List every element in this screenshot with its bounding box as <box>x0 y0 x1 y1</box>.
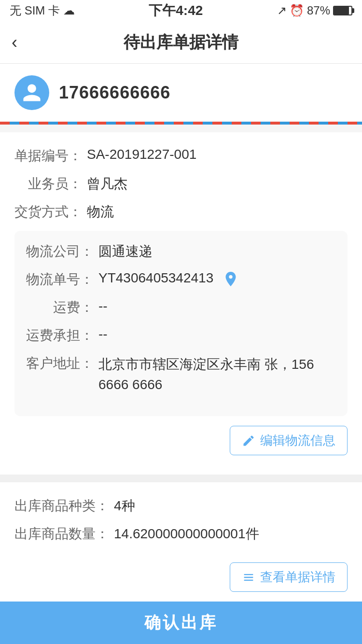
view-detail-action: 查看单据详情 <box>14 553 348 597</box>
logistics-company-row: 物流公司： 圆通速递 <box>26 242 336 261</box>
section-divider <box>0 475 362 482</box>
freight-row: 运费： -- <box>26 298 336 317</box>
delivery-method-value: 物流 <box>82 203 348 221</box>
freight-bear-value: -- <box>94 326 336 342</box>
battery-icon <box>333 6 352 15</box>
address-label: 客户地址： <box>26 354 94 373</box>
status-bar: 无 SIM 卡 ☁ 下午4:42 ↗ ⏰ 87% <box>0 0 362 21</box>
product-section: 出库商品种类： 4种 出库商品数量： 14.620000000000001件 查… <box>0 482 362 611</box>
document-list-icon <box>242 571 255 584</box>
salesperson-value: 曾凡杰 <box>82 175 348 193</box>
confirm-button-label: 确认出库 <box>144 612 218 634</box>
user-header: 17666666666 <box>0 64 362 122</box>
freight-bear-row: 运费承担： -- <box>26 326 336 345</box>
document-number-value: SA-20191227-001 <box>82 147 348 162</box>
freight-label: 运费： <box>26 298 94 317</box>
alarm-icon: ⏰ <box>290 4 304 17</box>
sim-label: 无 SIM 卡 ☁ <box>10 3 75 18</box>
edit-logistics-action: 编辑物流信息 <box>14 416 348 460</box>
address-row: 客户地址： 北京市市辖区海淀区永丰南 张，156 6666 6666 <box>26 354 336 395</box>
battery-label: 87% <box>307 4 330 17</box>
logistics-company-value: 圆通速递 <box>94 242 336 261</box>
tracking-number-value: YT4306405342413 <box>94 270 336 288</box>
location-arrow-icon: ↗ <box>277 4 287 17</box>
tracking-number-row: 物流单号： YT4306405342413 <box>26 270 336 289</box>
status-right: ↗ ⏰ 87% <box>277 4 352 17</box>
view-detail-label: 查看单据详情 <box>260 569 335 586</box>
product-quantity-value: 14.620000000000001件 <box>109 525 348 543</box>
edit-icon <box>242 434 255 448</box>
page-title: 待出库单据详情 <box>124 31 238 54</box>
nav-bar: ‹ 待出库单据详情 <box>0 21 362 64</box>
document-info-section: 单据编号： SA-20191227-001 业务员： 曾凡杰 交货方式： 物流 … <box>0 132 362 475</box>
freight-bear-label: 运费承担： <box>26 326 94 345</box>
freight-value: -- <box>94 298 336 314</box>
avatar <box>14 75 49 110</box>
dashed-divider <box>0 122 362 125</box>
address-value: 北京市市辖区海淀区永丰南 张，156 6666 6666 <box>94 354 336 395</box>
user-phone: 17666666666 <box>59 83 170 103</box>
product-quantity-label: 出库商品数量： <box>14 525 109 543</box>
product-category-value: 4种 <box>109 497 348 515</box>
tracking-number-label: 物流单号： <box>26 270 94 289</box>
logistics-box: 物流公司： 圆通速递 物流单号： YT4306405342413 运费： -- … <box>14 231 348 416</box>
logistics-company-label: 物流公司： <box>26 242 94 261</box>
document-number-row: 单据编号： SA-20191227-001 <box>14 147 348 165</box>
back-button[interactable]: ‹ <box>12 32 17 53</box>
status-left: 无 SIM 卡 ☁ <box>10 3 75 18</box>
delivery-method-row: 交货方式： 物流 <box>14 203 348 221</box>
edit-logistics-button[interactable]: 编辑物流信息 <box>230 426 348 455</box>
document-number-label: 单据编号： <box>14 147 82 165</box>
product-quantity-row: 出库商品数量： 14.620000000000001件 <box>14 525 348 543</box>
view-detail-button[interactable]: 查看单据详情 <box>230 562 348 592</box>
user-avatar-icon <box>21 82 42 103</box>
salesperson-label: 业务员： <box>14 175 82 193</box>
confirm-button[interactable]: 确认出库 <box>0 602 362 644</box>
status-time: 下午4:42 <box>149 1 203 20</box>
edit-logistics-label: 编辑物流信息 <box>260 432 335 449</box>
product-category-row: 出库商品种类： 4种 <box>14 497 348 515</box>
map-pin-icon[interactable] <box>222 270 239 288</box>
salesperson-row: 业务员： 曾凡杰 <box>14 175 348 193</box>
product-category-label: 出库商品种类： <box>14 497 109 515</box>
delivery-method-label: 交货方式： <box>14 203 82 221</box>
